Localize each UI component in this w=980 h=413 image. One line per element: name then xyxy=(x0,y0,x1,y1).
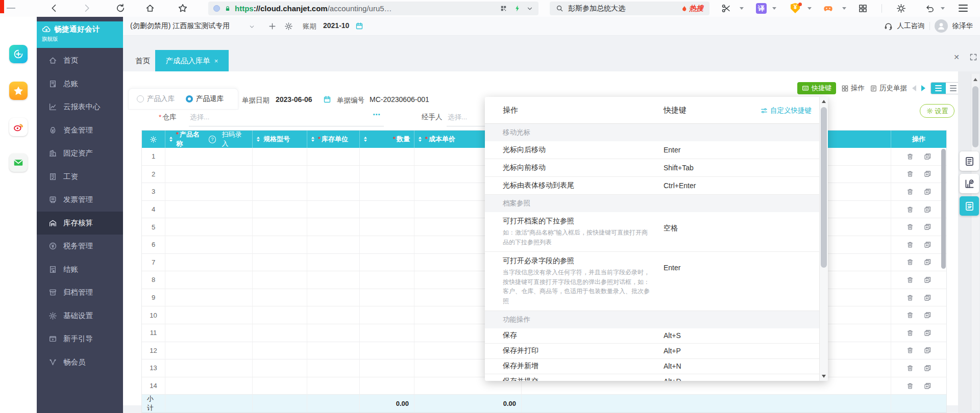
grid-cell[interactable] xyxy=(253,201,307,218)
radio-product-return[interactable]: 产品退库 xyxy=(186,94,224,104)
grid-cell[interactable] xyxy=(165,218,253,236)
search-suggestion[interactable]: 彭斯参加总统大选 xyxy=(568,4,681,13)
copy-icon[interactable] xyxy=(923,311,932,319)
trash-icon[interactable] xyxy=(906,346,914,354)
grid-cell[interactable] xyxy=(253,306,307,324)
grid-cell[interactable] xyxy=(165,254,253,271)
grid-cell[interactable] xyxy=(307,359,360,377)
grid-cell[interactable] xyxy=(165,324,253,342)
grid-cell[interactable] xyxy=(165,342,253,359)
grid-cell[interactable] xyxy=(165,148,253,165)
grid-cell[interactable] xyxy=(253,289,307,306)
undo-icon[interactable] xyxy=(925,4,935,13)
sidebar-item-gear[interactable]: 基础设置 xyxy=(37,304,123,328)
bookmark-star-icon[interactable] xyxy=(178,3,188,13)
row-actions[interactable] xyxy=(891,289,946,306)
support-link[interactable]: 人工咨询 xyxy=(897,21,925,31)
shortcut-button[interactable]: 快捷键 xyxy=(797,82,836,94)
list-view-button[interactable] xyxy=(931,83,946,94)
row-actions[interactable] xyxy=(891,271,946,289)
page-scrollbar[interactable] xyxy=(971,74,979,410)
refresh-icon[interactable] xyxy=(115,3,126,13)
browser-menu-icon[interactable] xyxy=(959,5,968,12)
qr-code-icon[interactable] xyxy=(500,5,507,12)
grid-cell[interactable] xyxy=(165,166,253,183)
help-icon[interactable]: ? xyxy=(209,136,216,143)
sort-icon[interactable] xyxy=(364,137,367,142)
copy-icon[interactable] xyxy=(923,382,932,390)
dialog-scroll-down-icon[interactable] xyxy=(822,375,826,378)
grid-cell[interactable] xyxy=(165,236,253,253)
sidebar-item-ledger[interactable]: 总账 xyxy=(37,72,123,96)
float-report-button[interactable] xyxy=(960,174,979,193)
customize-shortcut-link[interactable]: 自定义快捷键 xyxy=(761,106,812,115)
row-actions[interactable] xyxy=(891,324,946,342)
grid-cell[interactable] xyxy=(307,306,360,324)
grid-cell[interactable] xyxy=(253,324,307,342)
doc-date-calendar-icon[interactable] xyxy=(323,95,331,104)
grid-cell[interactable] xyxy=(253,342,307,359)
grid-cell[interactable] xyxy=(360,377,414,395)
sidebar-item-closing[interactable]: 结账 xyxy=(37,258,123,281)
sidebar-item-archive[interactable]: 归档管理 xyxy=(37,281,123,304)
col-库存单位[interactable]: *库存单位 xyxy=(307,131,360,148)
copy-icon[interactable] xyxy=(923,294,932,302)
undo-dropdown-icon[interactable] xyxy=(941,7,945,10)
grid-cell[interactable] xyxy=(307,201,360,218)
row-actions[interactable] xyxy=(891,306,946,324)
chanjet-app-icon[interactable] xyxy=(9,45,28,63)
grid-cell[interactable] xyxy=(165,201,253,218)
url-text[interactable]: https://cloud.chanjet.com/accounting/uru… xyxy=(235,4,497,13)
speed-mode-icon[interactable] xyxy=(513,5,521,12)
sidebar-item-asset[interactable]: 固定资产 xyxy=(37,142,123,165)
grid-cell[interactable] xyxy=(360,289,414,306)
grid-cell[interactable] xyxy=(360,342,414,359)
copy-icon[interactable] xyxy=(923,170,932,178)
dialog-scroll-thumb[interactable] xyxy=(821,107,827,268)
translate-dropdown-icon[interactable] xyxy=(772,7,776,10)
trash-icon[interactable] xyxy=(906,329,914,337)
sidebar-item-guide[interactable]: 新手引导 xyxy=(37,327,123,351)
grid-cell[interactable] xyxy=(360,148,414,165)
grid-cell[interactable] xyxy=(165,377,253,395)
scroll-up-icon[interactable] xyxy=(973,78,977,81)
wallet-shield-icon[interactable]: ¥ xyxy=(790,3,802,14)
grid-cell[interactable] xyxy=(253,183,307,200)
back-icon[interactable] xyxy=(49,3,59,13)
sidebar-item-inventory[interactable]: 库存核算 xyxy=(37,212,123,235)
copy-icon[interactable] xyxy=(923,223,932,231)
grid-cell[interactable] xyxy=(360,183,414,200)
scan-entry-label[interactable]: 扫码录入 xyxy=(222,130,248,148)
row-actions[interactable] xyxy=(891,218,946,236)
grid-cell[interactable] xyxy=(360,236,414,253)
avatar[interactable] xyxy=(935,19,948,33)
doc-date-value[interactable]: 2023-06-06 xyxy=(276,95,312,104)
grid-cell[interactable] xyxy=(253,148,307,165)
favorites-star-app-icon[interactable] xyxy=(9,82,28,100)
scroll-thumb[interactable] xyxy=(972,86,978,147)
copy-icon[interactable] xyxy=(923,364,932,372)
grid-cell[interactable] xyxy=(360,359,414,377)
dialog-scrollbar[interactable] xyxy=(819,97,828,381)
dialog-scroll-up-icon[interactable] xyxy=(822,100,826,103)
sort-icon[interactable] xyxy=(419,137,422,142)
grid-cell[interactable] xyxy=(253,166,307,183)
copy-icon[interactable] xyxy=(923,346,932,354)
mail-app-icon[interactable] xyxy=(9,153,28,172)
home-icon[interactable] xyxy=(145,3,155,13)
row-actions[interactable] xyxy=(891,342,946,359)
grid-cell[interactable] xyxy=(360,166,414,183)
grid-cell[interactable] xyxy=(253,254,307,271)
grid-cell[interactable] xyxy=(253,218,307,236)
address-bar[interactable]: https://cloud.chanjet.com/accounting/uru… xyxy=(208,2,538,15)
grid-cell[interactable] xyxy=(307,377,360,395)
browser-search-box[interactable]: 彭斯参加总统大选 热搜 xyxy=(550,2,709,15)
sidebar-item-tax[interactable]: 税务管理 xyxy=(37,235,123,258)
col-规格型号[interactable]: 规格型号 xyxy=(253,131,307,148)
row-actions[interactable] xyxy=(891,254,946,271)
row-actions[interactable] xyxy=(891,377,946,395)
next-doc-icon[interactable] xyxy=(921,85,925,91)
grid-cell[interactable] xyxy=(165,359,253,377)
trash-icon[interactable] xyxy=(906,258,914,266)
warehouse-more-icon[interactable]: ⋯ xyxy=(373,110,381,119)
